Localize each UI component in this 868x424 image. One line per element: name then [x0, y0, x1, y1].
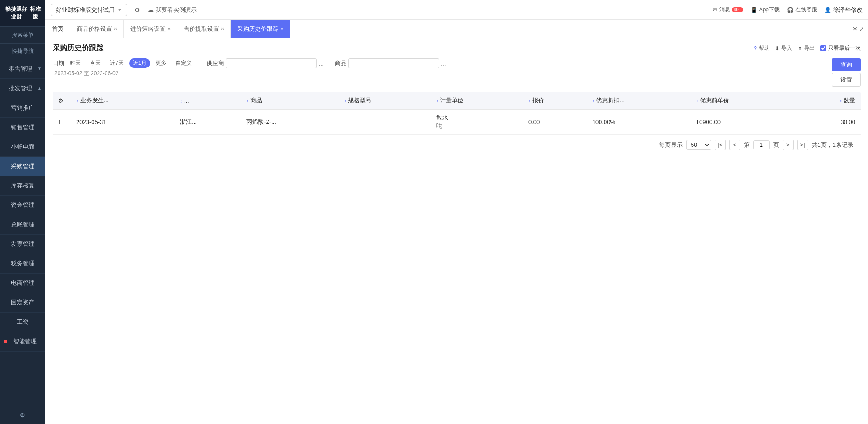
sidebar-settings[interactable]: ⚙: [0, 406, 45, 424]
col-date[interactable]: ↑ 业务发生...: [71, 92, 175, 110]
cloud-icon: ☁: [148, 6, 154, 13]
tab-close-strategy[interactable]: ×: [167, 26, 171, 32]
date-btn-custom[interactable]: 自定义: [172, 58, 195, 68]
date-btn-today[interactable]: 今天: [86, 58, 104, 68]
main-area: 好业财标准版交付试用 ▼ ⚙ ☁ 我要看实例演示 ✉ 消息 99+ 📱 App下…: [45, 0, 868, 424]
product-selector[interactable]: 好业财标准版交付试用 ▼: [51, 4, 127, 16]
cell-price: 0.00: [523, 110, 587, 135]
date-filter: 日期 昨天 今天 近7天 近1月 更多 自定义 2023-05-02 至 202…: [53, 58, 195, 77]
col-unit[interactable]: ↕ 计量单位: [431, 92, 523, 110]
table-container: ⚙ ↑ 业务发生... ↕ ... ↕: [53, 92, 861, 155]
topbar-settings-btn[interactable]: ⚙: [131, 3, 144, 17]
app-logo: 畅捷通好业财 标准版: [0, 0, 45, 27]
import-btn[interactable]: ⬇ 导入: [775, 44, 792, 52]
first-page-btn[interactable]: |<: [715, 140, 726, 150]
sidebar-item-purchase[interactable]: 采购管理: [0, 157, 45, 176]
product-filter: 商品 ...: [335, 58, 446, 68]
tab-purchase-history[interactable]: 采购历史价跟踪 ×: [231, 20, 290, 38]
sidebar-quick-nav[interactable]: 快捷导航: [0, 44, 45, 59]
message-btn[interactable]: ✉ 消息 99+: [713, 6, 743, 14]
main-content-area: 采购历史价跟踪 ? 帮助 ⬇ 导入 ⬆ 导出 只看最后一次: [45, 38, 868, 424]
tab-close-price[interactable]: ×: [114, 26, 117, 32]
only-last-checkbox[interactable]: [820, 45, 826, 51]
sidebar-item-inventory[interactable]: 库存核算: [0, 176, 45, 196]
page-header: 采购历史价跟踪 ? 帮助 ⬇ 导入 ⬆ 导出 只看最后一次: [45, 38, 868, 53]
col-pre-discount-price[interactable]: ↕ 优惠前单价: [691, 92, 797, 110]
sidebar-item-payroll[interactable]: 工资: [0, 313, 45, 332]
tab-sale-price[interactable]: 售价提取设置 ×: [177, 20, 231, 38]
help-btn[interactable]: ? 帮助: [754, 44, 770, 52]
last-page-btn[interactable]: >|: [797, 140, 808, 150]
page-input[interactable]: [753, 140, 770, 149]
app-download-btn[interactable]: 📱 App下载: [751, 6, 780, 14]
date-btn-1month[interactable]: 近1月: [129, 58, 151, 68]
close-window-icon[interactable]: ×: [853, 25, 857, 33]
tab-price[interactable]: 商品价格设置 ×: [70, 20, 124, 38]
query-btn[interactable]: 查询: [832, 58, 861, 71]
sort-icon: ↕: [592, 98, 595, 103]
sort-icon: ↕: [436, 98, 439, 103]
sidebar-item-tax[interactable]: 税务管理: [0, 254, 45, 274]
cell-index: 1: [53, 110, 71, 135]
chevron-up-icon: ▲: [37, 86, 42, 91]
filter-settings-btn[interactable]: 设置: [832, 73, 861, 87]
sidebar-item-assets[interactable]: 固定资产: [0, 293, 45, 313]
table-header-row: ⚙ ↑ 业务发生... ↕ ... ↕: [53, 92, 861, 110]
date-btn-more[interactable]: 更多: [152, 58, 170, 68]
topbar-right: ✉ 消息 99+ 📱 App下载 🎧 在线客服 👤 徐泽华修改: [713, 6, 863, 14]
sort-asc-icon: ↑: [76, 98, 78, 103]
cell-product: 丙烯酸-2-...: [241, 110, 338, 135]
per-page-select[interactable]: 50 20 100: [686, 140, 711, 150]
expand-icon[interactable]: ⤢: [859, 25, 864, 33]
sidebar-item-ledger[interactable]: 总账管理: [0, 215, 45, 235]
tab-close-sale-price[interactable]: ×: [221, 26, 224, 32]
prev-page-btn[interactable]: <: [729, 140, 740, 150]
sort-icon: ↕: [839, 98, 842, 103]
cell-discount: 100.00%: [587, 110, 691, 135]
demo-link[interactable]: ☁ 我要看实例演示: [148, 6, 197, 14]
col-price[interactable]: ↕ 报价: [523, 92, 587, 110]
next-page-btn[interactable]: >: [783, 140, 794, 150]
online-service-btn[interactable]: 🎧 在线客服: [787, 6, 817, 14]
export-btn[interactable]: ⬆ 导出: [798, 44, 815, 52]
phone-icon: 📱: [751, 7, 757, 13]
sidebar-item-invoice[interactable]: 发票管理: [0, 235, 45, 254]
sidebar-item-ecommerce[interactable]: 电商管理: [0, 274, 45, 293]
product-input[interactable]: [348, 58, 439, 68]
tab-close-purchase-history[interactable]: ×: [280, 26, 283, 32]
product-more-btn[interactable]: ...: [441, 60, 446, 67]
smart-dot: [4, 340, 7, 343]
supplier-more-btn[interactable]: ...: [318, 60, 324, 67]
message-icon: ✉: [713, 7, 717, 13]
sidebar-item-sales[interactable]: 销售管理: [0, 118, 45, 137]
date-range: 2023-05-02 至 2023-06-02: [54, 70, 195, 77]
sidebar-item-ecommerce-small[interactable]: 小畅电商: [0, 137, 45, 157]
date-btn-7days[interactable]: 近7天: [106, 58, 127, 68]
col-discount[interactable]: ↕ 优惠折扣...: [587, 92, 691, 110]
cell-supplier: 浙江...: [175, 110, 241, 135]
sidebar-search[interactable]: 搜索菜单: [0, 27, 45, 44]
help-icon: ?: [754, 45, 757, 52]
user-info[interactable]: 👤 徐泽华修改: [824, 6, 863, 14]
cell-date: 2023-05-31: [71, 110, 175, 135]
cell-unit: 散水 吨: [431, 110, 523, 135]
supplier-input[interactable]: [226, 58, 317, 68]
col-gear[interactable]: ⚙: [53, 92, 71, 110]
user-icon: 👤: [824, 7, 831, 13]
date-btn-yesterday[interactable]: 昨天: [66, 58, 84, 68]
sort-icon: ↕: [180, 99, 182, 104]
col-more[interactable]: ↕ ...: [175, 92, 241, 110]
col-spec[interactable]: ↕ 规格型号: [339, 92, 431, 110]
sidebar-item-wholesale[interactable]: 批发管理 ▲: [0, 79, 45, 98]
page-title: 采购历史价跟踪: [53, 43, 103, 53]
col-product[interactable]: ↕ 商品: [241, 92, 338, 110]
tabbar: 首页 商品价格设置 × 进价策略设置 × 售价提取设置 × 采购历史价跟踪 × …: [45, 20, 868, 38]
sidebar-item-marketing[interactable]: 营销推广: [0, 98, 45, 118]
sidebar-item-smart[interactable]: 智能管理: [0, 332, 45, 352]
tab-strategy[interactable]: 进价策略设置 ×: [124, 20, 177, 38]
sidebar-item-retail[interactable]: 零售管理 ▼: [0, 59, 45, 79]
data-table: ⚙ ↑ 业务发生... ↕ ... ↕: [53, 92, 861, 135]
sidebar-item-finance[interactable]: 资金管理: [0, 196, 45, 215]
tab-home[interactable]: 首页: [45, 20, 70, 38]
col-quantity[interactable]: ↕ 数量: [797, 92, 861, 110]
